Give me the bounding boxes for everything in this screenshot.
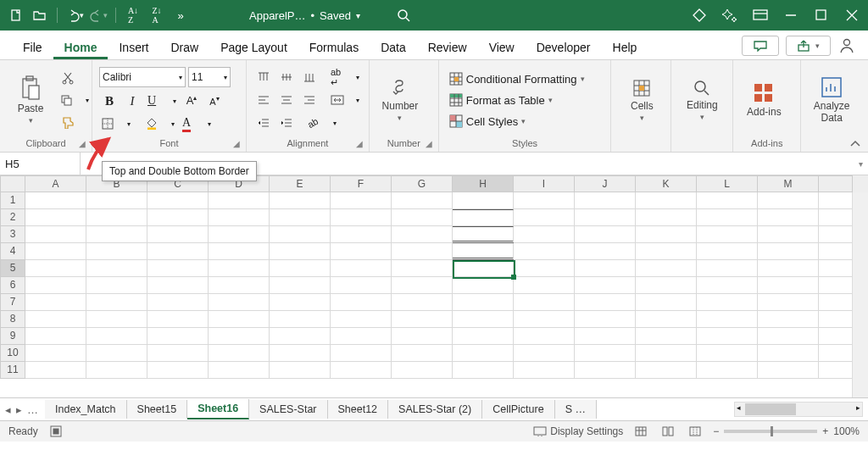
save-state[interactable]: Saved <box>320 9 351 22</box>
account-icon[interactable] <box>837 36 856 55</box>
italic-button[interactable]: I <box>122 92 142 110</box>
sheet-tab[interactable]: S … <box>555 400 597 419</box>
new-file-icon[interactable] <box>7 6 25 25</box>
page-break-view-icon[interactable] <box>686 424 704 439</box>
sort-desc-icon[interactable]: Z↓A <box>147 6 166 25</box>
analyze-data-button[interactable]: Analyze Data <box>808 73 855 127</box>
maximize-icon[interactable] <box>812 6 831 25</box>
font-color-button[interactable]: A▾ <box>180 114 214 133</box>
col-header[interactable]: F <box>331 175 392 192</box>
page-layout-view-icon[interactable] <box>659 424 677 439</box>
open-file-icon[interactable] <box>31 6 49 25</box>
diamond-icon[interactable] <box>690 6 709 25</box>
editing-button[interactable]: Editing▾ <box>678 75 726 125</box>
borders-button[interactable]: ▾ <box>99 114 133 133</box>
align-top-icon[interactable] <box>253 68 274 86</box>
clipboard-launcher-icon[interactable]: ◢ <box>79 139 89 149</box>
undo-icon[interactable]: ▾ <box>65 6 84 25</box>
decrease-indent-icon[interactable] <box>253 114 274 132</box>
sheet-nav[interactable]: ◂▸… <box>5 403 45 416</box>
ribbon-mode-icon[interactable] <box>751 6 770 25</box>
zoom-slider[interactable] <box>724 430 817 433</box>
underline-button[interactable]: U▾ <box>145 92 179 110</box>
tab-draw[interactable]: Draw <box>159 34 209 59</box>
sheet-tab[interactable]: Sheet16 <box>187 399 249 419</box>
sheet-tab[interactable]: Index_Match <box>45 400 127 419</box>
format-painter-icon[interactable] <box>58 113 78 131</box>
col-header[interactable]: I <box>514 175 575 192</box>
tab-formulas[interactable]: Formulas <box>298 34 370 59</box>
cells-button[interactable]: Cells▾ <box>618 75 665 125</box>
minimize-icon[interactable] <box>782 6 800 25</box>
sheet-tab[interactable]: SALES-Star <box>249 400 327 419</box>
display-settings-button[interactable]: Display Settings <box>533 425 623 437</box>
sort-asc-icon[interactable]: A↓Z <box>124 6 142 25</box>
row-header[interactable]: 6 <box>0 277 25 294</box>
conditional-formatting-button[interactable]: Conditional Formatting▾ <box>446 71 588 86</box>
zoom-in-icon[interactable]: + <box>822 425 828 437</box>
addins-button[interactable]: Add-ins <box>740 79 787 121</box>
row-header[interactable]: 9 <box>0 328 25 345</box>
number-launcher-icon[interactable]: ◢ <box>426 139 436 149</box>
sparkle-icon[interactable] <box>721 6 739 25</box>
vertical-scrollbar[interactable] <box>852 192 868 397</box>
qat-more-icon[interactable]: » <box>171 6 190 25</box>
sheet-tab[interactable]: Sheet12 <box>328 400 389 419</box>
grow-font-icon[interactable]: A▴ <box>181 92 202 110</box>
align-left-icon[interactable] <box>253 91 274 109</box>
align-middle-icon[interactable] <box>276 68 297 86</box>
tab-data[interactable]: Data <box>370 34 417 59</box>
col-header[interactable]: A <box>25 175 86 192</box>
font-launcher-icon[interactable]: ◢ <box>233 139 243 149</box>
tab-file[interactable]: File <box>12 34 53 59</box>
font-name-combo[interactable]: Calibri▾ <box>99 67 186 87</box>
align-center-icon[interactable] <box>276 91 297 109</box>
align-right-icon[interactable] <box>299 91 320 109</box>
grid-body[interactable]: 1 2 3 4 5 6 7 8 9 10 11 <box>0 192 868 379</box>
col-header[interactable] <box>819 175 853 192</box>
share-button[interactable]: ▾ <box>786 36 831 56</box>
increase-indent-icon[interactable] <box>276 114 297 132</box>
font-size-combo[interactable]: 11▾ <box>188 67 231 87</box>
row-header[interactable]: 10 <box>0 345 25 362</box>
col-header[interactable]: M <box>758 175 819 192</box>
search-icon[interactable] <box>394 6 413 25</box>
zoom-out-icon[interactable]: − <box>713 425 719 437</box>
fill-color-button[interactable]: ▾ <box>143 114 177 133</box>
shrink-font-icon[interactable]: A▾ <box>204 92 225 110</box>
cut-icon[interactable] <box>58 69 78 87</box>
tab-home[interactable]: Home <box>53 34 108 59</box>
col-header[interactable]: H <box>453 175 514 192</box>
row-header[interactable]: 11 <box>0 362 25 379</box>
close-icon[interactable] <box>843 6 861 25</box>
macro-record-icon[interactable] <box>50 425 62 437</box>
sheet-tab[interactable]: SALES-Star (2) <box>388 400 482 419</box>
sheet-tab[interactable]: CellPicture <box>482 400 554 419</box>
bold-button[interactable]: B <box>99 92 120 110</box>
col-header[interactable]: L <box>697 175 758 192</box>
zoom-control[interactable]: − + 100% <box>713 425 860 437</box>
wrap-text-button[interactable]: ab↵▾ <box>328 68 362 86</box>
tab-review[interactable]: Review <box>417 34 478 59</box>
tab-developer[interactable]: Developer <box>526 34 602 59</box>
tab-insert[interactable]: Insert <box>108 34 159 59</box>
spreadsheet-grid[interactable]: A B C D E F G H I J K L M 1 2 3 4 5 6 7 … <box>0 175 868 397</box>
format-as-table-button[interactable]: Format as Table▾ <box>446 92 588 108</box>
tab-help[interactable]: Help <box>602 34 648 59</box>
formula-expand-icon[interactable]: ▾ <box>859 159 863 169</box>
tab-view[interactable]: View <box>478 34 526 59</box>
alignment-launcher-icon[interactable]: ◢ <box>356 139 366 149</box>
row-header[interactable]: 2 <box>0 209 25 226</box>
normal-view-icon[interactable] <box>632 424 650 439</box>
col-header[interactable]: K <box>636 175 697 192</box>
number-format-button[interactable]: Number▾ <box>376 75 424 125</box>
row-header[interactable]: 5 <box>0 260 25 277</box>
paste-button[interactable]: Paste▾ <box>7 72 54 128</box>
select-all-corner[interactable] <box>0 175 25 192</box>
row-header[interactable]: 4 <box>0 243 25 260</box>
col-header[interactable]: J <box>575 175 636 192</box>
redo-icon[interactable]: ▾ <box>89 6 108 25</box>
cell-styles-button[interactable]: Cell Styles▾ <box>446 114 588 129</box>
orientation-button[interactable]: ab▾ <box>305 114 339 132</box>
copy-icon[interactable]: ▾ <box>58 91 92 109</box>
